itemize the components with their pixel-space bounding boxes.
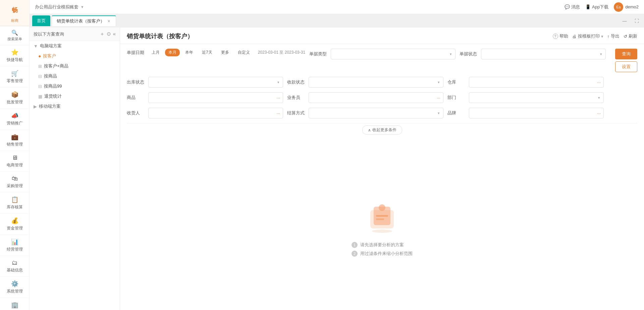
sidebar-item-purchase-label: 采购管理 (7, 183, 23, 189)
salesperson-dots[interactable]: ··· (437, 95, 440, 100)
maximize-icon: ⛶ (635, 18, 639, 23)
sidebar-item-enterprise[interactable]: 🏢 企业协同 (0, 298, 29, 310)
scheme-by-customer-label: 按客户 (43, 53, 56, 59)
sidebar-item-sales[interactable]: 💼 销售管理 (0, 130, 29, 151)
brand-input[interactable]: ··· (469, 108, 604, 118)
tab-close-button[interactable]: ✕ (107, 18, 111, 24)
dropdown-icon[interactable]: ▾ (81, 4, 84, 9)
department-label: 部门 (447, 95, 466, 101)
svg-point-7 (372, 229, 392, 233)
brand-dots[interactable]: ··· (597, 111, 601, 116)
scheme-return-stats[interactable]: ▦ 退货统计 (34, 91, 120, 101)
minimize-button[interactable]: — (620, 16, 629, 25)
template-print-dropdown-icon[interactable]: ▾ (601, 34, 603, 39)
collapse-panel-button[interactable]: « (113, 31, 116, 37)
refresh-button[interactable]: ↺ 刷新 (624, 33, 637, 39)
help-label: 帮助 (559, 33, 568, 39)
app-download-icon: 📱 (585, 4, 591, 9)
sidebar-item-ecommerce[interactable]: 🖥 电商管理 (0, 151, 29, 172)
sidebar-item-marketing[interactable]: 📣 营销推广 (0, 109, 29, 130)
settings-scheme-button[interactable]: ⊙ (107, 31, 111, 37)
query-button[interactable]: 查询 (615, 49, 637, 59)
receiver-input[interactable]: ··· (148, 108, 283, 118)
date-shortcut-last7[interactable]: 近7天 (199, 49, 216, 56)
user-name: demo2 (625, 4, 639, 9)
app-download-button[interactable]: 📱 App下载 (585, 4, 608, 10)
collapse-button[interactable]: ∧ 收起更多条件 (362, 125, 402, 135)
wholesale-icon: 📦 (11, 91, 18, 98)
goods-input[interactable]: ··· (148, 92, 283, 103)
sidebar-item-inventory[interactable]: 📋 库存核算 (0, 193, 29, 214)
sidebar-item-marketing-label: 营销推广 (7, 120, 23, 126)
page-header-actions: ? 帮助 🖨 按模板打印 ▾ ↑ 导出 ↺ 刷新 (553, 33, 638, 39)
doc-status-select[interactable]: ▾ (481, 49, 606, 59)
collect-status-select[interactable]: ▾ (309, 77, 443, 88)
app-title: 办公用品行业模拟账套 (35, 4, 78, 10)
message-button[interactable]: 💬 消息 (565, 4, 580, 10)
doc-type-select[interactable]: ▾ (331, 49, 455, 59)
empty-tip-2: 2 用过滤条件来缩小分析范围 (352, 251, 413, 257)
date-shortcut-thismonth[interactable]: 本月 (165, 49, 180, 56)
collapse-up-icon: ∧ (368, 128, 371, 133)
template-print-button[interactable]: 🖨 按模板打印 ▾ (572, 33, 603, 39)
message-icon: 💬 (565, 4, 570, 9)
warehouse-input[interactable]: ··· (469, 77, 604, 88)
mobile-scheme-header[interactable]: ▶ 移动端方案 (30, 101, 120, 111)
salesperson-input[interactable]: ··· (309, 92, 443, 103)
date-shortcut-thisyear[interactable]: 本年 (182, 49, 197, 56)
page-header: 销货单统计表（按客户） ? 帮助 🖨 按模板打印 ▾ ↑ 导出 (120, 28, 644, 44)
export-button[interactable]: ↑ 导出 (607, 33, 620, 39)
sidebar-item-purchase[interactable]: 🛍 采购管理 (0, 172, 29, 193)
sidebar-item-sales-label: 销售管理 (7, 142, 23, 147)
sidebar-item-wholesale[interactable]: 📦 批发管理 (0, 88, 29, 109)
left-panel-action-buttons: ＋ ⊙ « (100, 31, 116, 37)
department-select[interactable]: ▾ (469, 92, 604, 103)
tip-2-text: 用过滤条件来缩小分析范围 (360, 251, 413, 257)
scheme-by-customer-goods-label: 按客户+商品 (44, 63, 68, 69)
goods-dots[interactable]: ··· (276, 95, 280, 100)
return-stats-icon: ▦ (38, 94, 42, 99)
goods-label: 商品 (127, 95, 146, 101)
date-shortcut-custom[interactable]: 自定义 (234, 49, 253, 56)
help-button[interactable]: ? 帮助 (553, 33, 568, 39)
topbar-right: 💬 消息 📱 App下载 Ea demo2 (565, 2, 639, 12)
settings-button[interactable]: 设置 (615, 61, 637, 72)
add-scheme-button[interactable]: ＋ (100, 31, 105, 37)
search-menu-item[interactable]: 🔍 搜索菜单 (0, 26, 29, 45)
out-status-select[interactable]: ▾ (148, 77, 283, 88)
by-customer-active-icon: ● (38, 53, 41, 59)
date-shortcut-lastmonth[interactable]: 上月 (148, 49, 163, 56)
scheme-by-customer-goods[interactable]: ⊞ 按客户+商品 (34, 61, 120, 71)
receiver-dots[interactable]: ··· (276, 111, 280, 116)
svg-point-4 (379, 204, 385, 211)
left-panel-header: 按以下方案查询 ＋ ⊙ « (30, 28, 120, 41)
sidebar-item-operations[interactable]: 📊 经营管理 (0, 235, 29, 256)
marketing-icon: 📣 (11, 112, 18, 119)
sidebar-item-finance-label: 资金管理 (7, 225, 23, 231)
maximize-button[interactable]: ⛶ (632, 16, 641, 25)
sidebar-item-shortcut[interactable]: ⭐ 快捷导航 (0, 45, 29, 66)
desktop-scheme-header[interactable]: ▼ 电脑端方案 (30, 41, 120, 51)
left-panel: 按以下方案查询 ＋ ⊙ « ▼ 电脑端方案 ● 按客户 (30, 28, 120, 310)
warehouse-dots[interactable]: ··· (597, 80, 601, 85)
tab-home[interactable]: 首页 (32, 15, 50, 26)
tab-sales-report[interactable]: 销货单统计表（按客户） ✕ (52, 15, 116, 26)
scheme-by-goods[interactable]: ⊟ 按商品 (34, 71, 120, 81)
sidebar-item-finance[interactable]: 💰 资金管理 (0, 214, 29, 235)
sidebar-item-system[interactable]: ⚙️ 系统管理 (0, 277, 29, 298)
empty-state: 1 请先选择要分析的方案 2 用过滤条件来缩小分析范围 (120, 141, 644, 310)
desktop-scheme-children: ● 按客户 ⊞ 按客户+商品 ⊟ 按商品 ⊟ 按商品99 (30, 51, 120, 101)
scheme-by-customer[interactable]: ● 按客户 (34, 51, 120, 61)
settlement-select[interactable]: ▾ (309, 108, 443, 118)
date-shortcut-more[interactable]: 更多 (218, 49, 232, 56)
doc-status-dropdown-icon: ▾ (600, 52, 602, 56)
sidebar-item-retail[interactable]: 🛒 零售管理 (0, 66, 29, 88)
desktop-scheme-section: ▼ 电脑端方案 ● 按客户 ⊞ 按客户+商品 ⊟ 按商品 (30, 41, 120, 101)
enterprise-icon: 🏢 (11, 301, 18, 309)
sidebar-item-basics[interactable]: 🗂 基础信息 (0, 256, 29, 277)
scheme-by-goods-99[interactable]: ⊟ 按商品99 (34, 81, 120, 91)
collect-status-label: 收款状态 (287, 79, 306, 85)
mobile-scheme-section: ▶ 移动端方案 (30, 101, 120, 111)
user-menu[interactable]: Ea demo2 (614, 2, 639, 12)
sidebar-item-ecommerce-label: 电商管理 (7, 162, 23, 168)
